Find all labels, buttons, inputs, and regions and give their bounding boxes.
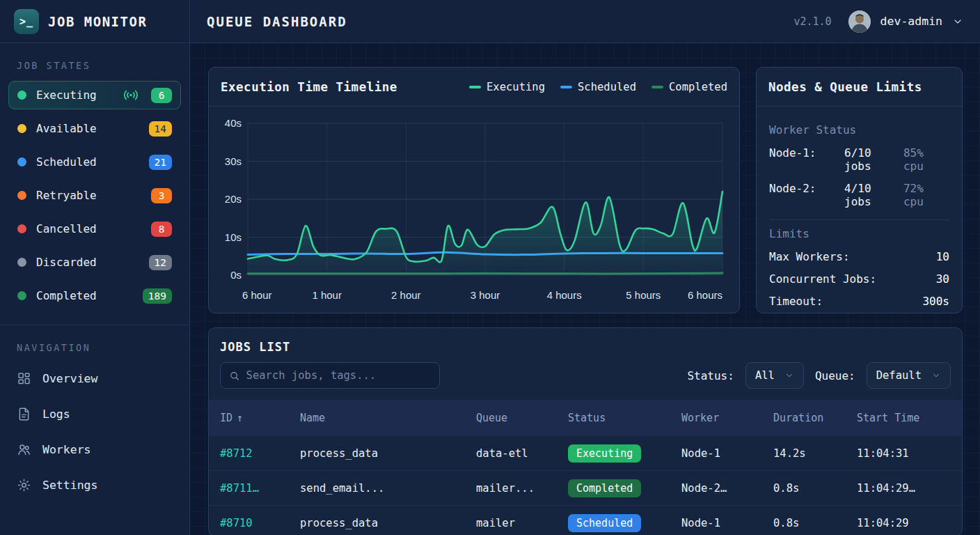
limits-list: Max Workers: 10 Concurrent Jobs: 30 Time…: [769, 250, 949, 308]
nodes-divider: [769, 219, 949, 220]
execution-time-panel: Execution Time Timeline Executing Schedu…: [208, 67, 740, 313]
worker-status-row: Node-2: 4/10 jobs 72% cpu: [769, 182, 949, 208]
job-name: process_data: [289, 447, 465, 460]
job-id-link[interactable]: #8711…: [209, 482, 289, 495]
job-id-link[interactable]: #8710: [209, 517, 289, 529]
terminal-icon: >_: [14, 9, 39, 34]
svg-text:40s: 40s: [225, 117, 242, 129]
sidebar: >_ JOB MONITOR JOB STATES Executing 6 Av…: [0, 0, 190, 535]
sidebar-job-state-scheduled[interactable]: Scheduled 21: [8, 148, 181, 176]
job-worker: Node-1: [670, 447, 762, 460]
sidebar-job-state-discarded[interactable]: Discarded 12: [8, 248, 181, 277]
state-label: Cancelled: [36, 222, 141, 235]
state-count-badge: 8: [151, 222, 172, 237]
sidebar-item-settings[interactable]: Settings: [8, 470, 181, 500]
column-header-worker[interactable]: Worker: [670, 412, 762, 424]
table-row[interactable]: #8711… send_email... mailer... Completed…: [209, 471, 962, 506]
legend-item: Scheduled: [560, 81, 636, 93]
status-badge: Scheduled: [568, 514, 641, 532]
sort-arrow-icon: ↑: [237, 412, 243, 424]
app-root: >_ JOB MONITOR JOB STATES Executing 6 Av…: [0, 0, 980, 535]
svg-text:10s: 10s: [225, 231, 242, 243]
status-filter-dropdown[interactable]: All: [745, 362, 804, 389]
worker-status-heading: Worker Status: [769, 123, 949, 137]
user-menu-label[interactable]: dev-admin: [880, 15, 942, 28]
svg-text:6 hour: 6 hour: [242, 289, 272, 301]
job-duration: 0.8s: [762, 482, 846, 495]
sidebar-job-state-cancelled[interactable]: Cancelled 8: [8, 215, 181, 243]
svg-text:0s: 0s: [230, 269, 242, 281]
job-states-heading: JOB STATES: [0, 43, 189, 81]
state-count-badge: 14: [149, 121, 172, 137]
state-label: Executing: [36, 88, 112, 102]
svg-text:4 hours: 4 hours: [547, 289, 582, 301]
queue-filter-value: Default: [876, 369, 922, 382]
sidebar-item-overview[interactable]: Overview: [8, 363, 181, 394]
worker-name: Node-1:: [769, 146, 832, 160]
state-dot-icon: [17, 258, 26, 267]
sidebar-job-state-executing[interactable]: Executing 6: [8, 81, 181, 109]
jobs-search: [220, 362, 440, 389]
state-dot-icon: [17, 124, 26, 133]
chevron-down-icon[interactable]: [952, 16, 963, 27]
legend-item: Executing: [469, 81, 545, 93]
page-title: QUEUE DASHBOARD: [207, 14, 347, 29]
status-badge: Executing: [568, 444, 641, 463]
legend-dash-icon: [651, 86, 663, 88]
job-name: send_email...: [289, 482, 465, 495]
state-dot-icon: [17, 157, 26, 166]
sidebar-job-state-retryable[interactable]: Retryable 3: [8, 181, 181, 210]
job-name: process_data: [289, 517, 465, 529]
svg-text:30s: 30s: [225, 155, 242, 167]
worker-cpu: 85% cpu: [903, 146, 949, 173]
main-content: Execution Time Timeline Executing Schedu…: [190, 43, 980, 535]
job-duration: 14.2s: [762, 447, 846, 460]
status-filter-label: Status:: [687, 369, 734, 382]
jobs-table: ID↑NameQueueStatusWorkerDurationStart Ti…: [209, 400, 962, 535]
sidebar-job-state-completed[interactable]: Completed 189: [8, 281, 181, 310]
job-worker: Node-2…: [670, 482, 762, 495]
column-header-id[interactable]: ID↑: [209, 412, 289, 424]
grid-icon: [17, 371, 32, 386]
chevron-down-icon: [931, 371, 941, 380]
limit-label: Max Workers:: [769, 250, 850, 263]
jobs-list-panel: JOBS LIST Status: All Queue:: [208, 327, 963, 535]
worker-jobs: 4/10 jobs: [844, 182, 903, 208]
state-label: Discarded: [36, 256, 139, 269]
worker-status-row: Node-1: 6/10 jobs 85% cpu: [769, 146, 949, 173]
legend-label: Completed: [669, 81, 727, 93]
search-input[interactable]: [246, 369, 431, 382]
job-queue: mailer...: [465, 482, 557, 495]
workers-status-list: Node-1: 6/10 jobs 85% cpu Node-2: 4/10 j…: [769, 146, 949, 208]
sidebar-item-workers[interactable]: Workers: [8, 434, 181, 465]
app-title: JOB MONITOR: [48, 14, 147, 29]
state-dot-icon: [17, 291, 26, 300]
table-row[interactable]: #8710 process_data mailer Scheduled Node…: [209, 506, 962, 535]
navigation-list: Overview Logs Workers Settings: [0, 363, 189, 505]
worker-cpu: 72% cpu: [903, 182, 949, 208]
limit-row: Max Workers: 10: [769, 250, 949, 263]
queue-filter-dropdown[interactable]: Default: [867, 362, 951, 389]
table-row[interactable]: #8712 process_data data-etl Executing No…: [209, 436, 962, 471]
column-header-name[interactable]: Name: [289, 412, 465, 424]
column-header-status[interactable]: Status: [557, 412, 670, 424]
sidebar-item-logs[interactable]: Logs: [8, 398, 181, 429]
state-label: Retryable: [36, 189, 141, 202]
topbar: QUEUE DASHBOARD v2.1.0 dev-admin: [190, 0, 980, 43]
svg-text:2 hour: 2 hour: [391, 289, 421, 301]
jobs-table-header: ID↑NameQueueStatusWorkerDurationStart Ti…: [209, 400, 962, 436]
state-count-badge: 189: [143, 288, 172, 304]
search-icon: [229, 370, 240, 382]
legend-label: Executing: [487, 81, 545, 93]
sidebar-job-state-available[interactable]: Available 14: [8, 114, 181, 143]
legend-label: Scheduled: [578, 81, 636, 93]
job-queue: data-etl: [465, 447, 557, 460]
timeline-chart: 0s10s20s30s40s6 hour1 hour2 hour3 hour4 …: [209, 107, 739, 313]
column-header-duration[interactable]: Duration: [762, 412, 846, 424]
avatar[interactable]: [848, 10, 871, 33]
column-header-queue[interactable]: Queue: [465, 412, 557, 424]
svg-text:3 hour: 3 hour: [471, 289, 500, 301]
worker-jobs: 6/10 jobs: [844, 146, 903, 173]
job-id-link[interactable]: #8712: [209, 447, 289, 460]
column-header-start-time[interactable]: Start Time: [846, 412, 962, 424]
